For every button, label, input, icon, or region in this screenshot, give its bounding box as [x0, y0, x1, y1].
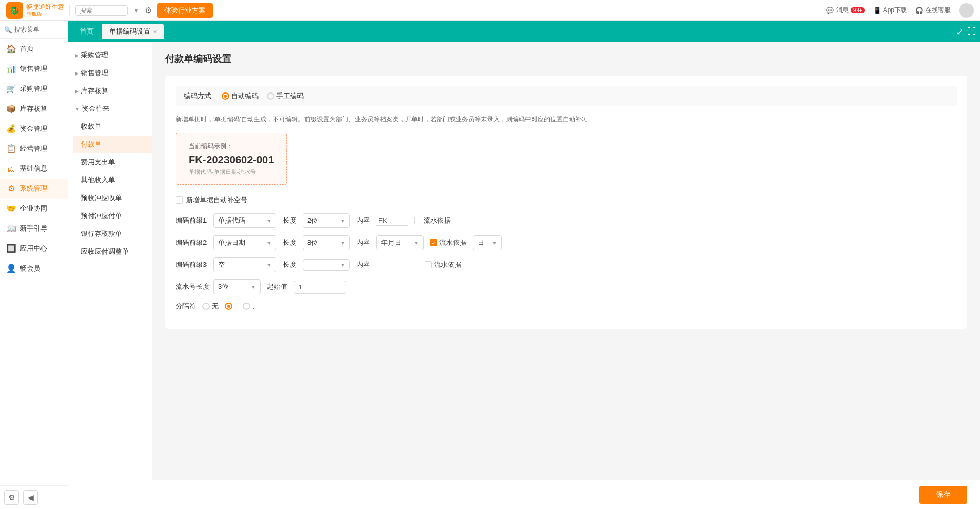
- period-arrow-icon: ▼: [492, 240, 497, 246]
- prefix1-label: 编码前缀1: [176, 216, 207, 225]
- length2-label: 长度: [283, 238, 296, 247]
- manual-code-radio[interactable]: [267, 92, 274, 100]
- auto-fill-checkbox[interactable]: [176, 196, 183, 204]
- tab-expand-icon[interactable]: ⤢: [956, 27, 963, 37]
- purchase-icon: 🛒: [6, 84, 16, 94]
- search-input[interactable]: [75, 5, 128, 16]
- member-icon: 👤: [6, 264, 16, 273]
- prefix1-arrow-icon: ▼: [266, 218, 272, 224]
- basic-icon: 🗂: [6, 164, 16, 173]
- appcenter-icon: 🔲: [6, 244, 16, 253]
- manual-code-option[interactable]: 手工编码: [267, 91, 304, 101]
- serial2-checkbox[interactable]: ✓: [430, 239, 437, 246]
- messages-button[interactable]: 💬 消息 99+: [826, 6, 865, 15]
- sep-dot-option[interactable]: .: [243, 303, 254, 310]
- second-sidebar-receivable-payable[interactable]: 应收应付调整单: [73, 243, 152, 261]
- second-sidebar-receipt[interactable]: 收款单: [73, 118, 152, 136]
- coding-method-row: 编码方式 自动编码 手工编码: [176, 86, 957, 106]
- sidebar-item-enterprise[interactable]: 🤝 企业协同: [0, 199, 68, 219]
- coding-method-radio-group: 自动编码 手工编码: [222, 91, 304, 101]
- sidebar-item-home[interactable]: 🏠 首页: [0, 39, 68, 59]
- second-sidebar-payment[interactable]: 付款单: [73, 136, 152, 153]
- prefix2-select[interactable]: 单据日期 ▼: [213, 235, 276, 250]
- serial-length-select[interactable]: 3位 ▼: [213, 279, 261, 294]
- sep-dash-option[interactable]: -: [225, 303, 236, 310]
- second-sidebar-advance-payable[interactable]: 预付冲应付单: [73, 207, 152, 225]
- settings-icon[interactable]: ⚙: [145, 5, 152, 15]
- content2-select[interactable]: 年月日 ▼: [376, 235, 424, 250]
- sidebar-settings-button[interactable]: ⚙: [4, 490, 19, 505]
- avatar[interactable]: [959, 3, 974, 18]
- sidebar-nav: 🏠 首页 📊 销售管理 🛒 采购管理 📦 库存核算 💰 资金管理 📋 经: [0, 39, 68, 485]
- trial-button[interactable]: 体验行业方案: [157, 3, 213, 18]
- tab-maximize-icon[interactable]: ⛶: [967, 27, 976, 36]
- sep-none-option[interactable]: 无: [202, 302, 219, 311]
- sidebar-item-appcenter[interactable]: 🔲 应用中心: [0, 238, 68, 258]
- separator-row: 分隔符 无 - .: [176, 302, 957, 311]
- sidebar-item-member[interactable]: 👤 畅会员: [0, 258, 68, 278]
- search-icon: 🔍: [4, 26, 12, 34]
- length2-select[interactable]: 8位 ▼: [303, 235, 350, 250]
- sidebar-item-basic[interactable]: 🗂 基础信息: [0, 159, 68, 179]
- save-button[interactable]: 保存: [919, 486, 967, 504]
- online-service-button[interactable]: 🎧 在线客服: [915, 6, 951, 15]
- serial2-period-select[interactable]: 日 ▼: [473, 235, 502, 250]
- second-sidebar-bank-deposit[interactable]: 银行存取款单: [73, 225, 152, 243]
- content2-label: 内容: [356, 238, 370, 247]
- gear-icon: ⚙: [8, 493, 15, 502]
- second-sidebar-inventory[interactable]: ▶ 库存核算: [68, 82, 152, 100]
- second-sidebar-purchase[interactable]: ▶ 采购管理: [68, 46, 152, 64]
- sidebar-item-operation[interactable]: 📋 经营管理: [0, 139, 68, 159]
- second-sidebar-advance-receivable[interactable]: 预收冲应收单: [73, 189, 152, 207]
- length1-select[interactable]: 2位 ▼: [303, 213, 350, 228]
- logo-text: 畅捷通好生意 旗舰版: [26, 3, 64, 17]
- auto-code-radio[interactable]: [222, 92, 229, 100]
- top-bar: 🐉 畅捷通好生意 旗舰版 ▼ ⚙ 体验行业方案 💬 消息 99+ 📱 App下载…: [0, 0, 980, 21]
- sidebar-collapse-button[interactable]: ◀: [23, 490, 38, 505]
- divider: [69, 5, 70, 16]
- sidebar-item-finance[interactable]: 💰 资金管理: [0, 119, 68, 139]
- newbie-icon: 📖: [6, 224, 16, 233]
- prefix3-label: 编码前缀3: [176, 260, 207, 269]
- start-value-input[interactable]: [294, 281, 346, 294]
- sidebar-search[interactable]: 🔍 搜索菜单: [0, 21, 68, 39]
- second-sidebar-capital[interactable]: ▼ 资金往来: [68, 100, 152, 118]
- prefix3-arrow-icon: ▼: [266, 262, 272, 268]
- content1-label: 内容: [356, 216, 370, 225]
- tab-close-icon[interactable]: ×: [153, 28, 157, 35]
- content3-value: [376, 264, 418, 266]
- separator-label: 分隔符: [176, 302, 196, 311]
- dropdown-arrow-icon[interactable]: ▼: [133, 7, 139, 14]
- app-download-button[interactable]: 📱 App下载: [873, 6, 907, 15]
- serial1-checkbox[interactable]: [414, 217, 421, 224]
- prefix1-select[interactable]: 单据代码 ▼: [213, 213, 276, 228]
- tab-bar: 首页 单据编码设置 × ⤢ ⛶: [68, 21, 980, 42]
- prefix3-row: 编码前缀3 空 ▼ 长度 ▼ 内容: [176, 257, 957, 272]
- content-area: ▶ 采购管理 ▶ 销售管理 ▶ 库存核算 ▼ 资金往来 收款单: [68, 42, 980, 509]
- tab-encoding-settings[interactable]: 单据编码设置 ×: [102, 24, 164, 39]
- auto-code-option[interactable]: 自动编码: [222, 91, 259, 101]
- tab-home[interactable]: 首页: [73, 24, 101, 39]
- length2-arrow-icon: ▼: [340, 240, 345, 246]
- settings-card: 编码方式 自动编码 手工编码: [165, 76, 967, 329]
- serial3-checkbox-group: 流水依据: [425, 260, 461, 269]
- length1-label: 长度: [283, 216, 296, 225]
- sidebar-item-purchase[interactable]: 🛒 采购管理: [0, 79, 68, 99]
- length3-select[interactable]: ▼: [303, 259, 350, 271]
- preview-box: 当前编码示例： FK-20230602-001 单据代码-单据日期-流水号: [176, 133, 287, 185]
- sidebar-item-sales[interactable]: 📊 销售管理: [0, 59, 68, 79]
- second-sidebar-sales[interactable]: ▶ 销售管理: [68, 64, 152, 82]
- sidebar-item-newbie[interactable]: 📖 新手引导: [0, 219, 68, 238]
- sep-dot-radio[interactable]: [243, 303, 250, 310]
- logo-icon: 🐉: [6, 2, 23, 19]
- second-sidebar-other-income[interactable]: 其他收入单: [73, 171, 152, 189]
- prefix3-select[interactable]: 空 ▼: [213, 257, 276, 272]
- sidebar-item-inventory[interactable]: 📦 库存核算: [0, 99, 68, 119]
- prefix2-label: 编码前缀2: [176, 238, 207, 247]
- sep-none-radio[interactable]: [202, 303, 210, 310]
- sep-dash-radio[interactable]: [225, 303, 232, 310]
- serial3-checkbox[interactable]: [425, 261, 432, 268]
- sidebar-item-system[interactable]: ⚙ 系统管理: [0, 179, 68, 199]
- second-sidebar-expense[interactable]: 费用支出单: [73, 153, 152, 171]
- left-sidebar: 🔍 搜索菜单 🏠 首页 📊 销售管理 🛒 采购管理 📦 库存核算 💰: [0, 21, 68, 509]
